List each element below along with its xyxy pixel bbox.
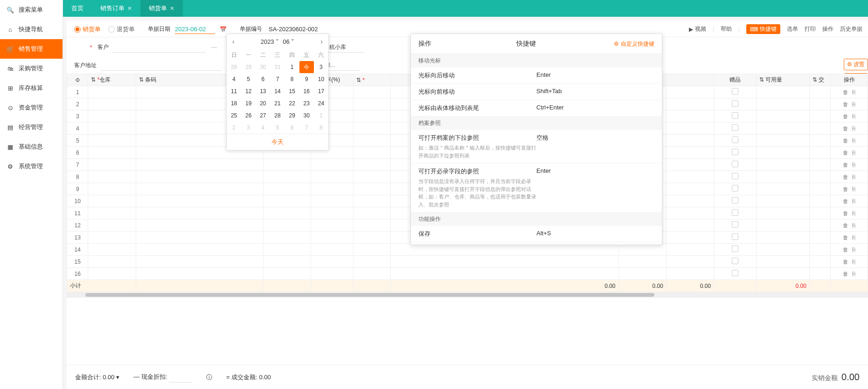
cal-day[interactable]: 16 [299,85,314,97]
copy-icon[interactable]: ⎘ [852,246,855,253]
content-more-icon[interactable]: ⋯ [846,60,861,66]
help-icon[interactable]: ⓘ [206,373,212,382]
cal-day[interactable]: 6 [285,122,299,134]
toolbar-6[interactable]: 历史单据 [840,25,862,33]
copy-icon[interactable]: ⎘ [852,222,855,229]
table-row[interactable]: 14🗑⎘ [67,244,868,256]
delete-icon[interactable]: 🗑 [843,259,848,265]
table-row[interactable]: 15🗑⎘ [67,256,868,268]
cal-day[interactable]: 25 [227,109,241,122]
cal-day[interactable]: 1 [314,109,328,122]
gift-checkbox[interactable] [732,112,738,119]
cal-day[interactable]: 6 [256,73,270,85]
gift-checkbox[interactable] [732,136,738,143]
delete-icon[interactable]: 🗑 [843,210,848,217]
copy-icon[interactable]: ⎘ [852,186,855,192]
cal-day[interactable]: 4 [227,73,241,85]
gift-checkbox[interactable] [732,246,738,252]
cal-day[interactable]: 31 [270,61,285,73]
gift-checkbox[interactable] [732,209,738,216]
col-available[interactable]: ⇅ 可用量 [757,74,810,86]
delete-icon[interactable]: 🗑 [843,101,848,108]
customer-input[interactable] [112,42,206,53]
cal-day[interactable]: 30 [256,61,270,73]
cal-day[interactable]: 21 [270,97,285,109]
horizontal-scrollbar[interactable] [67,292,868,298]
delete-icon[interactable]: 🗑 [843,125,848,132]
cal-day[interactable]: 2 [227,122,241,134]
gift-checkbox[interactable] [732,149,738,155]
delete-icon[interactable]: 🗑 [843,198,848,205]
sidebar-item-8[interactable]: ⚙系统管理 [0,157,62,176]
delete-icon[interactable]: 🗑 [843,150,848,156]
cal-day[interactable]: 9 [299,73,314,85]
toolbar-2[interactable]: ⌨快捷键 [746,24,780,34]
delete-icon[interactable]: 🗑 [843,234,848,241]
toolbar-5[interactable]: 操作 [822,25,833,33]
delete-icon[interactable]: 🗑 [843,246,848,253]
discount-input[interactable] [169,372,192,382]
gift-checkbox[interactable] [732,233,738,240]
copy-icon[interactable]: ⎘ [852,210,855,217]
cal-today-button[interactable]: 今天 [227,134,328,150]
cal-day[interactable]: 4 [256,122,270,134]
cal-day[interactable]: 14 [270,85,285,97]
cal-day[interactable]: 30 [299,109,314,122]
gift-checkbox[interactable] [732,100,738,107]
radio-return[interactable]: 退货单 [108,25,135,34]
cal-day[interactable]: 28 [227,61,241,73]
delete-icon[interactable]: 🗑 [843,222,848,229]
cal-day[interactable]: 15 [285,85,299,97]
toolbar-0[interactable]: ▶视频 [689,25,706,33]
sidebar-item-2[interactable]: 🛒销售管理 [0,39,62,59]
gift-checkbox[interactable] [732,221,738,228]
cal-day[interactable]: 3 [241,122,256,134]
delete-icon[interactable]: 🗑 [843,174,848,180]
cal-day[interactable]: 10 [314,73,328,85]
cal-day[interactable]: 1 [285,61,299,73]
col-deliver[interactable]: ⇅ 交 [809,74,830,86]
gift-checkbox[interactable] [732,185,738,191]
cal-month-select[interactable]: 06 ˅ [283,38,294,45]
cal-day[interactable]: 17 [314,85,328,97]
toolbar-4[interactable]: 打印 [805,25,816,33]
copy-icon[interactable]: ⎘ [852,137,855,144]
sidebar-item-1[interactable]: ⌂快捷导航 [0,20,62,39]
date-input[interactable] [175,25,215,34]
gift-checkbox[interactable] [732,258,738,264]
col-warehouse[interactable]: ⇅ *仓库 [88,74,136,86]
cal-day[interactable]: 7 [270,73,285,85]
radio-sale[interactable]: 销货单 [74,25,101,34]
cal-day[interactable]: 8 [285,73,299,85]
gift-checkbox[interactable] [732,161,738,167]
cal-day[interactable]: 13 [256,85,270,97]
sidebar-item-5[interactable]: ⊙资金管理 [0,98,62,117]
sidebar-item-6[interactable]: ▤经营管理 [0,117,62,137]
delete-icon[interactable]: 🗑 [843,89,848,96]
cal-day[interactable]: 28 [270,109,285,122]
copy-icon[interactable]: ⎘ [852,101,855,108]
copy-icon[interactable]: ⎘ [852,125,855,132]
calendar-icon[interactable]: 📅 [220,26,227,33]
close-icon[interactable]: ✕ [170,5,174,12]
gift-checkbox[interactable] [732,197,738,204]
copy-icon[interactable]: ⎘ [852,89,855,96]
gift-checkbox[interactable] [732,173,738,179]
cal-day[interactable]: 5 [270,122,285,134]
cal-day[interactable]: 18 [227,97,241,109]
tab-0[interactable]: 首页 [63,0,92,17]
cal-day[interactable]: 24 [314,97,328,109]
delete-icon[interactable]: 🗑 [843,186,848,192]
cal-day[interactable]: 29 [285,109,299,122]
cal-day[interactable]: 22 [285,97,299,109]
sidebar-item-7[interactable]: ▦基础信息 [0,137,62,157]
sidebar-item-0[interactable]: 🔍搜索菜单 [0,0,62,20]
gift-checkbox[interactable] [732,88,738,95]
cal-day[interactable]: 29 [241,61,256,73]
copy-icon[interactable]: ⎘ [852,113,855,120]
sidebar-item-4[interactable]: ⊞库存核算 [0,78,62,98]
cal-next-icon[interactable]: › [320,38,323,45]
copy-icon[interactable]: ⎘ [852,234,855,241]
copy-icon[interactable]: ⎘ [852,271,855,277]
delete-icon[interactable]: 🗑 [843,162,848,168]
